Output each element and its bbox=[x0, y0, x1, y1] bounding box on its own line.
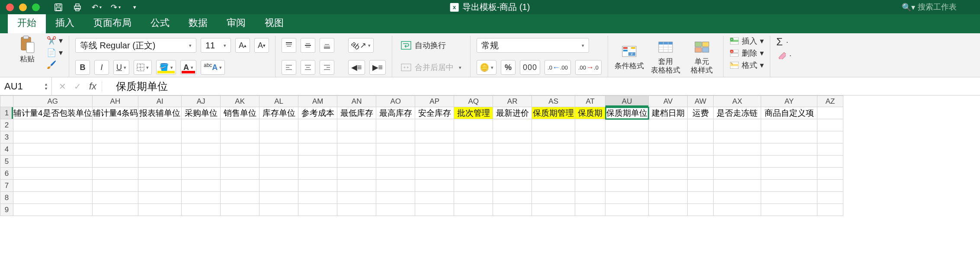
cell-AV4[interactable] bbox=[649, 143, 688, 156]
cell-AN6[interactable] bbox=[337, 168, 376, 180]
cell-AR5[interactable] bbox=[493, 156, 532, 168]
cell-AN3[interactable] bbox=[337, 131, 376, 143]
cell-AG6[interactable] bbox=[13, 168, 93, 180]
cell-AV1[interactable]: 建档日期 bbox=[649, 107, 688, 119]
cell-AR8[interactable] bbox=[493, 192, 532, 204]
cell-AN5[interactable] bbox=[337, 156, 376, 168]
cell-AW3[interactable] bbox=[688, 131, 714, 143]
cell-AO7[interactable] bbox=[376, 180, 415, 192]
cell-AY6[interactable] bbox=[761, 168, 817, 180]
format-cells-button[interactable]: 格式▾ bbox=[730, 60, 764, 70]
column-header-AZ[interactable]: AZ bbox=[817, 96, 843, 107]
formula-input[interactable]: 保质期单位 bbox=[113, 79, 980, 93]
row-header-1[interactable]: 1 bbox=[0, 107, 13, 119]
cell-AI3[interactable] bbox=[138, 131, 182, 143]
cell-AW9[interactable] bbox=[688, 204, 714, 216]
tab-review[interactable]: 审阅 bbox=[217, 13, 255, 33]
cell-AI6[interactable] bbox=[138, 168, 182, 180]
cell-AT4[interactable] bbox=[575, 143, 605, 156]
cell-AQ1[interactable]: 批次管理 bbox=[454, 107, 493, 119]
cell-AX3[interactable] bbox=[714, 131, 761, 143]
cell-AO8[interactable] bbox=[376, 192, 415, 204]
cell-AV6[interactable] bbox=[649, 168, 688, 180]
currency-button[interactable]: 🪙▾ bbox=[477, 60, 496, 75]
cell-AJ6[interactable] bbox=[182, 168, 221, 180]
fx-icon[interactable]: fx bbox=[89, 81, 102, 92]
cell-AZ8[interactable] bbox=[817, 192, 843, 204]
column-header-AO[interactable]: AO bbox=[376, 96, 415, 107]
decrease-indent-button[interactable]: ◀≡ bbox=[348, 60, 365, 75]
cell-AL6[interactable] bbox=[259, 168, 298, 180]
save-icon[interactable] bbox=[53, 2, 64, 13]
column-header-AT[interactable]: AT bbox=[575, 96, 605, 107]
cell-AI2[interactable] bbox=[138, 119, 182, 131]
close-window-button[interactable] bbox=[6, 3, 14, 11]
cell-AY5[interactable] bbox=[761, 156, 817, 168]
cell-AL4[interactable] bbox=[259, 143, 298, 156]
cell-AX6[interactable] bbox=[714, 168, 761, 180]
cell-AP2[interactable] bbox=[415, 119, 454, 131]
cell-AY7[interactable] bbox=[761, 180, 817, 192]
search-sheet[interactable]: 🔍▾ bbox=[902, 3, 974, 12]
align-left-button[interactable] bbox=[282, 60, 296, 75]
undo-icon[interactable]: ↶▾ bbox=[91, 2, 102, 13]
cell-AI1[interactable]: 报表辅单位 bbox=[138, 107, 182, 119]
minimize-window-button[interactable] bbox=[19, 3, 27, 11]
phonetic-button[interactable]: abcA▾ bbox=[201, 60, 225, 75]
cell-AS2[interactable] bbox=[532, 119, 575, 131]
cancel-formula-button[interactable]: ✕ bbox=[59, 81, 66, 92]
cell-AV2[interactable] bbox=[649, 119, 688, 131]
cell-AP5[interactable] bbox=[415, 156, 454, 168]
cell-AL1[interactable]: 库存单位 bbox=[259, 107, 298, 119]
column-header-AL[interactable]: AL bbox=[259, 96, 298, 107]
cell-AN8[interactable] bbox=[337, 192, 376, 204]
column-header-AJ[interactable]: AJ bbox=[182, 96, 221, 107]
cell-AT3[interactable] bbox=[575, 131, 605, 143]
tab-home[interactable]: 开始 bbox=[8, 13, 46, 33]
cell-AS9[interactable] bbox=[532, 204, 575, 216]
orientation-button[interactable]: ab↗▾ bbox=[348, 38, 374, 53]
row-header-3[interactable]: 3 bbox=[0, 131, 13, 143]
cell-AU3[interactable] bbox=[605, 131, 649, 143]
spreadsheet-grid[interactable]: AGAHAIAJAKALAMANAOAPAQARASATAUAVAWAXAYAZ… bbox=[0, 95, 980, 216]
comma-button[interactable]: 000 bbox=[520, 60, 540, 75]
cell-AT1[interactable]: 保质期 bbox=[575, 107, 605, 119]
name-box-stepper[interactable]: ▴▾ bbox=[45, 82, 47, 91]
cell-AL9[interactable] bbox=[259, 204, 298, 216]
cell-AW7[interactable] bbox=[688, 180, 714, 192]
cell-AZ2[interactable] bbox=[817, 119, 843, 131]
cell-AW2[interactable] bbox=[688, 119, 714, 131]
cell-AL2[interactable] bbox=[259, 119, 298, 131]
cell-AZ6[interactable] bbox=[817, 168, 843, 180]
cell-AK1[interactable]: 销售单位 bbox=[221, 107, 259, 119]
row-header-7[interactable]: 7 bbox=[0, 180, 13, 192]
column-header-AQ[interactable]: AQ bbox=[454, 96, 493, 107]
font-color-button[interactable]: A▾ bbox=[180, 60, 196, 75]
decrease-font-button[interactable]: A▾ bbox=[254, 38, 269, 53]
paste-button[interactable]: 粘贴 bbox=[12, 36, 42, 64]
cell-AQ7[interactable] bbox=[454, 180, 493, 192]
cell-AH5[interactable] bbox=[92, 156, 138, 168]
increase-font-button[interactable]: A▴ bbox=[235, 38, 250, 53]
cut-button[interactable]: ✂️▾ bbox=[47, 36, 63, 45]
cell-AO3[interactable] bbox=[376, 131, 415, 143]
cell-AK9[interactable] bbox=[221, 204, 259, 216]
tab-formulas[interactable]: 公式 bbox=[141, 13, 179, 33]
cell-AY4[interactable] bbox=[761, 143, 817, 156]
column-header-AX[interactable]: AX bbox=[714, 96, 761, 107]
column-header-AU[interactable]: AU bbox=[605, 96, 649, 107]
select-all-corner[interactable] bbox=[0, 96, 13, 107]
cell-AN4[interactable] bbox=[337, 143, 376, 156]
cell-AU1[interactable]: 保质期单位 bbox=[605, 107, 649, 119]
cell-AJ1[interactable]: 采购单位 bbox=[182, 107, 221, 119]
cell-AQ3[interactable] bbox=[454, 131, 493, 143]
cell-AZ9[interactable] bbox=[817, 204, 843, 216]
cell-AH3[interactable] bbox=[92, 131, 138, 143]
qat-customize-icon[interactable]: ▾ bbox=[129, 2, 140, 13]
increase-decimal-button[interactable]: .0←.00 bbox=[544, 60, 571, 75]
cell-AO5[interactable] bbox=[376, 156, 415, 168]
wrap-text-button[interactable]: 自动换行 bbox=[398, 38, 448, 53]
row-header-6[interactable]: 6 bbox=[0, 168, 13, 180]
cell-AH1[interactable]: 辅计量4条码 bbox=[92, 107, 138, 119]
cell-AN9[interactable] bbox=[337, 204, 376, 216]
